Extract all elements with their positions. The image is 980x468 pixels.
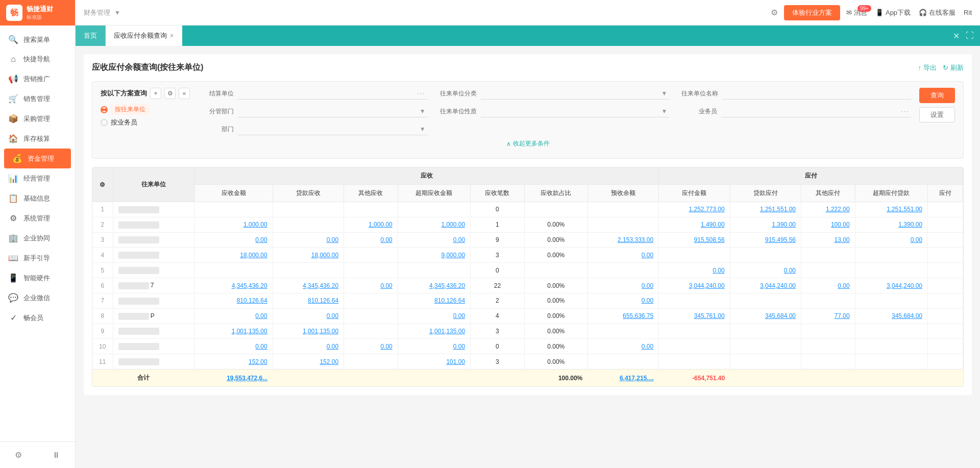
cell-value[interactable]: 0.00	[398, 308, 470, 324]
cell-value[interactable]	[659, 339, 730, 354]
export-button[interactable]: ↑ 导出	[918, 63, 937, 72]
cell-value[interactable]	[659, 354, 730, 370]
cell-value[interactable]: 101.00	[398, 354, 470, 370]
cell-value[interactable]: 915,508.56	[659, 232, 730, 248]
cell-value[interactable]: 1,001,135.00	[398, 324, 470, 339]
cell-value[interactable]	[928, 308, 963, 324]
cell-value[interactable]: 0.00	[194, 308, 273, 324]
cell-value[interactable]: 0.00	[398, 339, 470, 354]
salesman-input[interactable]: ···	[721, 106, 911, 117]
cell-value[interactable]	[659, 248, 730, 263]
online-service-button[interactable]: 🎧 在线客服	[919, 8, 955, 17]
cell-value[interactable]: 13.00	[801, 232, 855, 248]
tab-close-icon[interactable]: ×	[170, 32, 174, 39]
sidebar-item-basic[interactable]: 📋基础信息	[0, 188, 75, 208]
industry-solution-button[interactable]: 体验行业方案	[784, 5, 840, 20]
cell-value[interactable]: 0.00	[273, 339, 344, 354]
footer-receivable-total[interactable]: 19,553,472,6...	[194, 370, 273, 387]
cell-value[interactable]: 77.00	[801, 308, 855, 324]
sidebar-item-guide[interactable]: 📖新手引导	[0, 248, 75, 268]
query-option-salesman[interactable]: 按业务员	[101, 118, 190, 127]
cell-value[interactable]	[344, 293, 398, 308]
cell-value[interactable]: 4,345,436.20	[194, 278, 273, 293]
cell-value[interactable]	[928, 248, 963, 263]
cell-value[interactable]	[730, 339, 801, 354]
filter-settings-button[interactable]: ⚙	[164, 88, 176, 99]
sidebar-collapse-button[interactable]: ⏸	[49, 448, 63, 463]
fullscreen-icon[interactable]: ⛶	[966, 31, 974, 40]
cell-value[interactable]: 810,126.64	[273, 293, 344, 308]
cell-value[interactable]: 1,222.00	[801, 202, 855, 217]
cell-value[interactable]	[194, 202, 273, 217]
cell-value[interactable]: 18,000.00	[273, 248, 344, 263]
sidebar-item-search[interactable]: 🔍搜索菜单	[0, 30, 75, 50]
user-profile[interactable]: Rit	[964, 9, 972, 16]
cell-value[interactable]: 0.00	[730, 263, 801, 278]
cell-value[interactable]: 1,390.00	[730, 217, 801, 232]
partner-name-input[interactable]	[722, 88, 911, 100]
cell-value[interactable]	[659, 293, 730, 308]
cell-value[interactable]: 810,126.64	[398, 293, 470, 308]
cell-value[interactable]	[928, 293, 963, 308]
cell-value[interactable]	[855, 324, 927, 339]
cell-value[interactable]: 810,126.64	[194, 293, 273, 308]
cell-value[interactable]	[398, 202, 470, 217]
sidebar-settings-button[interactable]: ⚙	[12, 447, 25, 463]
cell-value[interactable]: 345,684.00	[855, 308, 927, 324]
cell-value[interactable]: 1,252,773.00	[659, 202, 730, 217]
cell-value[interactable]	[801, 324, 855, 339]
cell-value[interactable]	[928, 202, 963, 217]
cell-value[interactable]: 0.00	[659, 263, 730, 278]
message-button[interactable]: ✉ 消息 99+	[846, 8, 867, 17]
cell-value[interactable]	[928, 217, 963, 232]
cell-value[interactable]	[801, 293, 855, 308]
sidebar-item-inventory[interactable]: 🏠库存核算	[0, 129, 75, 149]
cell-value[interactable]	[928, 232, 963, 248]
cell-value[interactable]	[273, 202, 344, 217]
cell-value[interactable]: 1,001,135.00	[273, 324, 344, 339]
cell-value[interactable]	[587, 202, 658, 217]
cell-value[interactable]: 0.00	[801, 278, 855, 293]
cell-value[interactable]: 1,251,551.00	[855, 202, 927, 217]
cell-value[interactable]	[855, 248, 927, 263]
cell-value[interactable]	[344, 354, 398, 370]
cell-value[interactable]: 3,044,240.00	[730, 278, 801, 293]
sidebar-item-member[interactable]: ✓畅会员	[0, 308, 75, 328]
collapse-more-button[interactable]: ∧ 收起更多条件	[101, 135, 955, 152]
cell-value[interactable]	[194, 263, 273, 278]
sidebar-item-system[interactable]: ⚙系统管理	[0, 208, 75, 228]
cell-value[interactable]: 0.00	[273, 308, 344, 324]
cell-value[interactable]	[928, 324, 963, 339]
dept-select[interactable]: ▼	[238, 106, 428, 117]
cell-value[interactable]: 0.00	[398, 232, 470, 248]
sidebar-item-shortcut[interactable]: ⌂快捷导航	[0, 50, 75, 69]
cell-value[interactable]	[344, 202, 398, 217]
cell-value[interactable]: 345,684.00	[730, 308, 801, 324]
cell-value[interactable]: 100.00	[801, 217, 855, 232]
cell-value[interactable]: 3,044,240.00	[855, 278, 927, 293]
cell-value[interactable]: 0.00	[344, 278, 398, 293]
cell-value[interactable]	[855, 339, 927, 354]
cell-value[interactable]	[928, 354, 963, 370]
cell-value[interactable]: 152.00	[273, 354, 344, 370]
cell-value[interactable]	[730, 324, 801, 339]
partner-category-select[interactable]: ▼	[481, 88, 670, 100]
cell-value[interactable]	[587, 263, 658, 278]
filter-collapse-button[interactable]: «	[179, 88, 190, 99]
cell-value[interactable]	[398, 263, 470, 278]
cell-value[interactable]: 0.00	[587, 339, 658, 354]
cell-value[interactable]: 1,001,135.00	[194, 324, 273, 339]
cell-value[interactable]	[587, 354, 658, 370]
sidebar-item-enterprise[interactable]: 🏢企业协同	[0, 228, 75, 248]
cell-value[interactable]: 0.00	[344, 232, 398, 248]
cell-value[interactable]: 4,345,436.20	[273, 278, 344, 293]
cell-value[interactable]	[928, 263, 963, 278]
add-filter-button[interactable]: +	[150, 88, 161, 99]
tab-home[interactable]: 首页	[76, 26, 106, 46]
cell-value[interactable]	[855, 293, 927, 308]
cell-value[interactable]	[855, 354, 927, 370]
settlement-input[interactable]: ···	[238, 88, 428, 100]
cell-value[interactable]: 0.00	[587, 278, 658, 293]
cell-value[interactable]: 3,044,240.00	[659, 278, 730, 293]
cell-value[interactable]: 345,761.00	[659, 308, 730, 324]
